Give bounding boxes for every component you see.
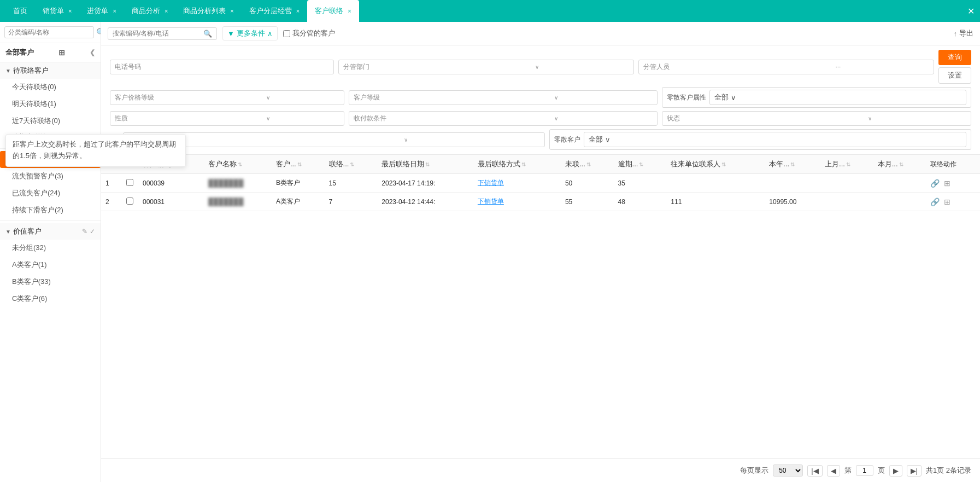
sidebar-section-value-title[interactable]: ▼ 价值客户 ✎ ✓ xyxy=(0,223,101,240)
cell-name-2: ███████ xyxy=(204,193,272,211)
row-checkbox-1[interactable] xyxy=(126,179,133,186)
page-number-input[interactable] xyxy=(856,465,873,476)
sidebar-search-icon[interactable]: 🔍 xyxy=(96,28,101,37)
settings-button[interactable]: 设置 xyxy=(938,67,971,84)
close-window-button[interactable]: ✕ xyxy=(967,6,975,16)
tab-product-analysis[interactable]: 商品分析 × xyxy=(124,0,175,22)
col-unread-header[interactable]: 未联...⇅ xyxy=(561,155,614,174)
sort-icon-unit: ⇅ xyxy=(721,161,726,167)
close-tab-customer-tier[interactable]: × xyxy=(296,0,300,22)
arrow-icon-3: ▼ xyxy=(5,229,11,235)
sidebar-section-pending-title[interactable]: ▼ 待联络客户 xyxy=(0,62,101,79)
sidebar-item-today[interactable]: 今天待联络(0) xyxy=(0,79,101,96)
col-overdue-header[interactable]: 逾期...⇅ xyxy=(614,155,667,174)
check-icon[interactable]: ✓ xyxy=(90,228,95,235)
tab-product-list[interactable]: 商品分析列表 × xyxy=(175,0,241,22)
gender-chevron-icon: ∨ xyxy=(266,115,339,121)
phone-field[interactable]: 电话号码 xyxy=(110,60,334,74)
col-last-contact-method-header[interactable]: 最后联络方式⇅ xyxy=(473,155,561,174)
row-checkbox-2[interactable] xyxy=(126,198,133,205)
sidebar-search-area: 🔍 xyxy=(0,22,101,43)
cell-no-2: 2 xyxy=(101,193,121,211)
prev-page-button[interactable]: ◀ xyxy=(827,465,840,477)
col-category-header[interactable]: 客户...⇅ xyxy=(272,155,325,174)
cell-date-2: 2023-04-12 14:44: xyxy=(377,193,473,211)
phone-input[interactable] xyxy=(144,63,329,71)
dept-select[interactable]: 分管部门 ∨ xyxy=(338,60,634,74)
cell-method-1[interactable]: 下销货单 xyxy=(473,174,561,193)
tab-customer-contact[interactable]: 客户联络 × xyxy=(307,0,359,22)
sort-icon-category: ⇅ xyxy=(297,161,302,167)
filter-search-box[interactable]: 🔍 xyxy=(108,27,217,40)
retail-select[interactable]: 全部 ∨ xyxy=(584,132,966,147)
filter-search-icon: 🔍 xyxy=(203,30,212,38)
first-page-button[interactable]: |◀ xyxy=(807,465,822,477)
sort-icon-overdue: ⇅ xyxy=(639,161,643,167)
col-this-month-header[interactable]: 本月...⇅ xyxy=(873,155,926,174)
per-page-select[interactable]: 50 100 200 xyxy=(773,464,803,477)
export-button[interactable]: ↑ 导出 xyxy=(954,28,974,38)
sort-icon-date: ⇅ xyxy=(425,161,430,167)
cell-checkbox-2[interactable] xyxy=(121,193,138,211)
col-last-month-header[interactable]: 上月...⇅ xyxy=(820,155,873,174)
sidebar-search-input[interactable] xyxy=(4,26,94,38)
cell-method-2[interactable]: 下销货单 xyxy=(473,193,561,211)
col-name-header[interactable]: 客户名称⇅ xyxy=(204,155,272,174)
cell-contact-2: 7 xyxy=(325,193,378,211)
price-grade-select[interactable]: 客户价格等级 ∨ xyxy=(110,90,344,105)
status-select[interactable]: 状态 ∨ xyxy=(662,111,971,126)
cell-overdue-2: 48 xyxy=(614,193,667,211)
sidebar-item-classB[interactable]: B类客户(33) xyxy=(0,274,101,291)
link-icon-2[interactable]: 🔗 xyxy=(930,198,940,206)
payment-select[interactable]: 收付款条件 ∨ xyxy=(349,111,658,126)
sidebar-collapse-icon[interactable]: ❮ xyxy=(90,49,95,56)
tab-home[interactable]: 首页 xyxy=(5,0,35,22)
customer-type-select[interactable]: 客户类型 ∨ xyxy=(123,132,545,147)
link-icon-1[interactable]: 🔗 xyxy=(930,179,940,188)
tab-customer-tier[interactable]: 客户分层经营 × xyxy=(242,0,307,22)
gender-select[interactable]: 性质 ∨ xyxy=(110,111,344,126)
export-icon: ↑ xyxy=(954,30,958,38)
filter-icon: ▼ xyxy=(227,30,234,38)
person-select[interactable]: 分管人员 ··· xyxy=(638,60,934,74)
tab-sales[interactable]: 销货单 × xyxy=(35,0,79,22)
close-tab-product-list[interactable]: × xyxy=(230,0,233,22)
filter-more-button[interactable]: ▼ 更多条件 ∧ xyxy=(222,26,278,40)
sidebar-item-lost[interactable]: 已流失客户(24) xyxy=(0,185,101,202)
last-page-button[interactable]: ▶| xyxy=(907,465,922,477)
sidebar-item-declining[interactable]: 持续下滑客户(2) xyxy=(0,202,101,219)
sidebar-item-classC[interactable]: C类客户(6) xyxy=(0,291,101,307)
close-tab-sales[interactable]: × xyxy=(68,0,72,22)
my-customers-checkbox[interactable] xyxy=(283,30,290,37)
retail-attr-select[interactable]: 全部 ∨ xyxy=(709,90,966,105)
edit-icon[interactable]: ✎ xyxy=(82,228,87,235)
grade-select[interactable]: 客户等级 ∨ xyxy=(349,90,658,105)
close-tab-customer-contact[interactable]: × xyxy=(348,0,351,22)
query-button[interactable]: 查询 xyxy=(938,50,971,65)
sidebar-item-7days[interactable]: 近7天待联络(0) xyxy=(0,113,101,130)
filter-search-input[interactable] xyxy=(113,30,201,37)
more-icon-1[interactable]: ⊞ xyxy=(944,179,950,188)
cell-overdue-1: 35 xyxy=(614,174,667,193)
tab-purchase[interactable]: 进货单 × xyxy=(79,0,124,22)
filter-bar: 🔍 ▼ 更多条件 ∧ 我分管的客户 ↑ 导出 xyxy=(101,22,980,45)
close-tab-product-analysis[interactable]: × xyxy=(165,0,168,22)
sidebar-item-tomorrow[interactable]: 明天待联络(1) xyxy=(0,96,101,113)
cell-this-month-1 xyxy=(873,174,926,193)
cell-checkbox-1[interactable] xyxy=(121,174,138,193)
next-page-button[interactable]: ▶ xyxy=(889,465,902,477)
sidebar-item-lost-warning[interactable]: 流失预警客户(3) xyxy=(0,168,101,185)
sidebar-item-classA[interactable]: A类客户(1) xyxy=(0,257,101,274)
col-this-year-header[interactable]: 本年...⇅ xyxy=(765,155,820,174)
more-icon-2[interactable]: ⊞ xyxy=(944,198,950,206)
query-settings-buttons: 查询 设置 xyxy=(938,50,971,84)
sidebar-section-value: ▼ 价值客户 ✎ ✓ 未分组(32) A类客户(1) B类客户(33) C类客户… xyxy=(0,223,101,307)
my-customers-filter[interactable]: 我分管的客户 xyxy=(283,28,335,38)
sidebar-item-ungroup[interactable]: 未分组(32) xyxy=(0,240,101,257)
col-last-contact-date-header[interactable]: 最后联络日期⇅ xyxy=(377,155,473,174)
close-tab-purchase[interactable]: × xyxy=(113,0,116,22)
col-unit-contact-header[interactable]: 往来单位联系人⇅ xyxy=(666,155,765,174)
sidebar-all-customers[interactable]: 全部客户 ⊞ ❮ xyxy=(0,43,101,62)
cell-unit-contact-1 xyxy=(666,174,765,193)
col-contact-header[interactable]: 联络...⇅ xyxy=(325,155,378,174)
